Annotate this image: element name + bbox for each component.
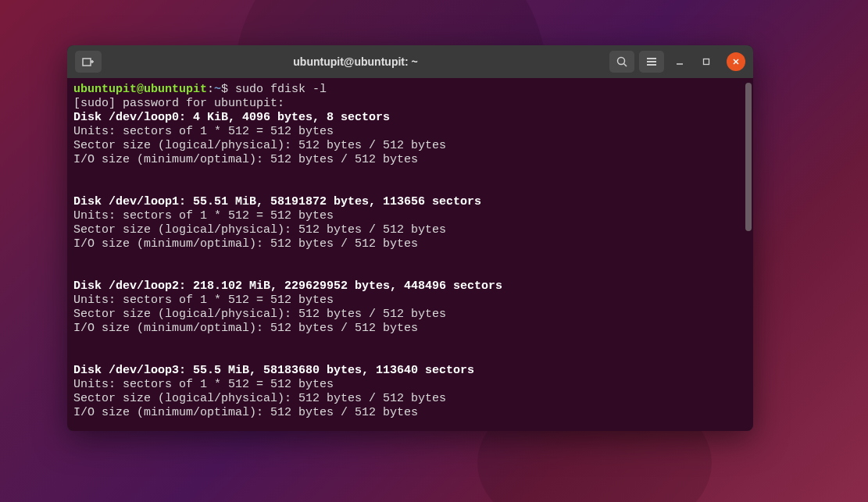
disk-sector: Sector size (logical/physical): 512 byte… [73, 392, 747, 406]
disk-sector: Sector size (logical/physical): 512 byte… [73, 308, 747, 322]
prompt-user-host: ubuntupit@ubuntupit [73, 83, 207, 96]
disk-header: Disk /dev/loop3: 55.5 MiB, 58183680 byte… [73, 364, 747, 378]
disk-io: I/O size (minimum/optimal): 512 bytes / … [73, 237, 747, 251]
scrollbar[interactable] [745, 83, 752, 231]
command-text: sudo fdisk -l [235, 83, 327, 96]
disk-header: Disk /dev/loop0: 4 KiB, 4096 bytes, 8 se… [73, 111, 747, 125]
new-tab-button[interactable] [75, 51, 102, 73]
disk-io: I/O size (minimum/optimal): 512 bytes / … [73, 322, 747, 336]
svg-rect-9 [704, 59, 709, 65]
disk-units: Units: sectors of 1 * 512 = 512 bytes [73, 125, 747, 139]
disk-io: I/O size (minimum/optimal): 512 bytes / … [73, 153, 747, 167]
disk-header: Disk /dev/loop1: 55.51 MiB, 58191872 byt… [73, 195, 747, 209]
minimize-icon [676, 58, 684, 66]
blank-line [73, 251, 747, 265]
new-tab-icon [82, 56, 95, 67]
window-title: ubuntupit@ubuntupit: ~ [106, 55, 605, 68]
titlebar-controls [609, 51, 745, 73]
hamburger-icon [646, 57, 657, 66]
blank-line [73, 265, 747, 279]
sudo-password-line: [sudo] password for ubuntupit: [73, 97, 747, 111]
search-icon [616, 56, 627, 67]
disk-units: Units: sectors of 1 * 512 = 512 bytes [73, 209, 747, 223]
blank-line [73, 167, 747, 181]
close-button[interactable] [727, 52, 745, 71]
prompt-colon: : [207, 83, 214, 96]
svg-rect-0 [83, 59, 91, 66]
prompt-path: ~ [214, 83, 221, 96]
disk-io: I/O size (minimum/optimal): 512 bytes / … [73, 406, 747, 420]
svg-point-3 [618, 58, 625, 65]
disk-units: Units: sectors of 1 * 512 = 512 bytes [73, 378, 747, 392]
minimize-button[interactable] [669, 51, 691, 73]
menu-button[interactable] [639, 51, 664, 73]
prompt-line: ubuntupit@ubuntupit:~$ sudo fdisk -l [73, 83, 747, 97]
disk-sector: Sector size (logical/physical): 512 byte… [73, 139, 747, 153]
blank-line [73, 181, 747, 195]
terminal-window: ubuntupit@ubuntupit: ~ [67, 45, 753, 431]
close-icon [732, 58, 740, 66]
prompt-dollar: $ [221, 83, 235, 96]
disk-units: Units: sectors of 1 * 512 = 512 bytes [73, 294, 747, 308]
blank-line [73, 350, 747, 364]
terminal-body[interactable]: ubuntupit@ubuntupit:~$ sudo fdisk -l [su… [67, 78, 753, 431]
search-button[interactable] [609, 51, 634, 73]
disk-sector: Sector size (logical/physical): 512 byte… [73, 223, 747, 237]
blank-line [73, 336, 747, 350]
maximize-button[interactable] [695, 51, 717, 73]
svg-line-4 [624, 64, 627, 67]
disk-header: Disk /dev/loop2: 218.102 MiB, 229629952 … [73, 279, 747, 294]
maximize-icon [702, 58, 710, 66]
titlebar: ubuntupit@ubuntupit: ~ [67, 45, 753, 78]
